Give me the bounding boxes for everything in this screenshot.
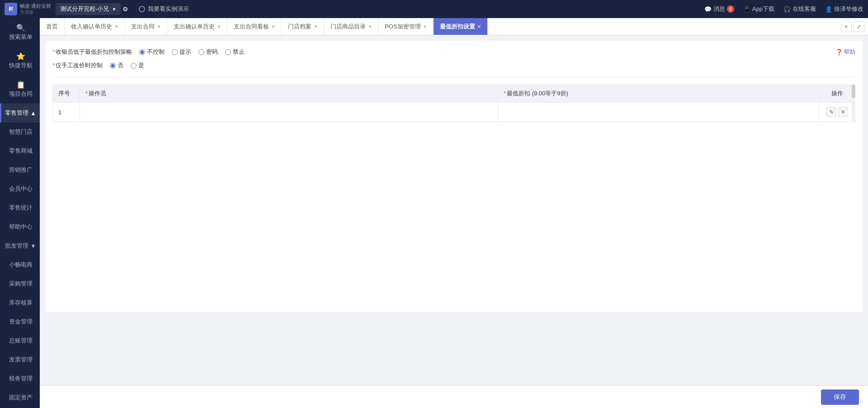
- sidebar-item-label: 小畅电商: [9, 261, 33, 269]
- sidebar-item-search[interactable]: 🔍 搜索菜单: [0, 18, 40, 47]
- cell-action: ✎ ✕: [819, 103, 855, 122]
- tab-label: 支出确认单历史: [174, 23, 215, 31]
- tab-label: 门店档案: [288, 23, 311, 31]
- sidebar-item-smart-store[interactable]: 智慧门店: [0, 122, 40, 141]
- sidebar-item-marketing[interactable]: 营销推广: [0, 160, 40, 179]
- sidebar-item-wholesale[interactable]: 批发管理 ▼: [0, 236, 40, 255]
- sidebar-item-purchase[interactable]: 采购管理: [0, 274, 40, 293]
- save-button[interactable]: 保存: [821, 389, 859, 405]
- user-menu[interactable]: 👤 徐泽华修改: [825, 5, 863, 13]
- tab-store-product[interactable]: 门店商品目录 ×: [324, 18, 378, 35]
- radio-manual-yes[interactable]: 是: [131, 61, 144, 70]
- sidebar-item-member[interactable]: 会员中心: [0, 179, 40, 198]
- sidebar-item-label: 采购管理: [9, 280, 33, 288]
- help-text: 帮助: [844, 48, 855, 56]
- topbar-right: 💬 消息 8 📱 App下载 🎧 在线客服 👤 徐泽华修改: [704, 5, 863, 13]
- sidebar-item-invoice[interactable]: 发票管理: [0, 350, 40, 369]
- sidebar-item-label: 会员中心: [9, 185, 33, 193]
- tab-payment-contract[interactable]: 支出合同 ×: [125, 18, 167, 35]
- tab-label: 收入确认单历史: [71, 23, 112, 31]
- radio-forbid[interactable]: 禁止: [225, 48, 245, 56]
- demo-link[interactable]: 我要看实例演示: [139, 5, 189, 13]
- topbar: 财 畅捷·通好业财 专业版 测试分开完程-小兄 ▼ ⚙ 我要看实例演示 💬 消息…: [0, 0, 868, 18]
- sidebar-item-label: 总账管理: [9, 337, 33, 345]
- tab-payment-confirm-history[interactable]: 支出确认单历史 ×: [167, 18, 227, 35]
- sidebar-item-label: 帮助中心: [9, 223, 33, 231]
- scrollbar-thumb[interactable]: [852, 84, 855, 98]
- policy-form-row: *收银员低于最低折扣控制策略 不控制 提示: [52, 48, 855, 56]
- contract-icon: 📋: [16, 80, 25, 89]
- app-download-button[interactable]: 📱 App下载: [743, 5, 774, 13]
- tab-close-icon[interactable]: ×: [314, 24, 317, 29]
- sidebar-item-project-contract[interactable]: 📋 项目合同: [0, 75, 40, 103]
- search-icon: 🔍: [16, 23, 25, 32]
- tab-label: 支出合同: [131, 23, 155, 31]
- tab-store-archive[interactable]: 门店档案 ×: [282, 18, 324, 35]
- tab-home[interactable]: 首页: [40, 18, 65, 35]
- tab-income-history[interactable]: 收入确认单历史 ×: [65, 18, 125, 35]
- radio-no-control[interactable]: 不控制: [139, 48, 165, 56]
- tab-close-icon[interactable]: ×: [115, 24, 118, 29]
- logo: 财 畅捷·通好业财 专业版: [5, 3, 51, 15]
- project-name: 测试分开完程-小兄: [60, 5, 109, 13]
- arrow-down-icon: ▼: [30, 243, 36, 249]
- logo-text: 畅捷·通好业财 专业版: [20, 3, 51, 14]
- tab-label: 最低折扣设置: [440, 23, 475, 31]
- action-buttons: ✎ ✕: [825, 107, 849, 117]
- table-scrollbar-area: 序号 *操作员 *最低折扣 (9.00等于9折) 操作: [52, 84, 855, 122]
- sidebar-item-finance[interactable]: 资金管理: [0, 312, 40, 331]
- edit-button[interactable]: ✎: [826, 107, 836, 117]
- tab-maximize-button[interactable]: ⤢: [854, 21, 864, 32]
- tab-close-icon[interactable]: ×: [217, 24, 221, 29]
- tab-close-all-button[interactable]: ×: [841, 21, 852, 32]
- tab-close-icon[interactable]: ×: [478, 24, 481, 29]
- col-header-seq: 序号: [53, 85, 80, 103]
- help-link[interactable]: ❓ 帮助: [835, 48, 855, 56]
- col-header-action: 操作: [819, 85, 855, 103]
- page-footer: 保存: [40, 385, 868, 408]
- sidebar-item-label: 智慧门店: [9, 128, 33, 136]
- sidebar-item-label: 搜索菜单: [9, 33, 33, 41]
- tab-close-icon[interactable]: ×: [157, 24, 160, 29]
- tab-close-icon[interactable]: ×: [272, 24, 275, 29]
- sidebar-item-ledger[interactable]: 总账管理: [0, 331, 40, 350]
- tab-close-icon[interactable]: ×: [368, 24, 372, 29]
- message-icon: 💬: [704, 6, 712, 13]
- sidebar-item-shortcut[interactable]: ⭐ 快捷导航: [0, 47, 40, 75]
- col-header-operator: *操作员: [80, 85, 498, 103]
- sidebar-item-retail[interactable]: 零售管理 ▲: [0, 103, 40, 122]
- tab-close-icon[interactable]: ×: [424, 24, 427, 29]
- sidebar-item-tax[interactable]: 税务管理: [0, 369, 40, 388]
- col-header-discount: *最低折扣 (9.00等于9折): [498, 85, 819, 103]
- sidebar-item-label: 库存核算: [9, 299, 33, 307]
- delete-button[interactable]: ✕: [838, 107, 848, 117]
- project-selector[interactable]: 测试分开完程-小兄 ▼: [56, 3, 121, 15]
- sidebar-item-label: 快捷导航: [9, 61, 33, 70]
- radio-password[interactable]: 密码: [198, 48, 218, 56]
- sidebar-item-ecommerce[interactable]: 小畅电商: [0, 255, 40, 274]
- tab-payment-board[interactable]: 支出合同看板 ×: [227, 18, 282, 35]
- tab-min-discount[interactable]: 最低折扣设置 ×: [434, 18, 488, 35]
- page-card: ❓ 帮助 *收银员低于最低折扣控制策略 不控制: [45, 41, 863, 312]
- online-service-button[interactable]: 🎧 在线客服: [783, 5, 816, 13]
- sidebar-item-inventory[interactable]: 库存核算: [0, 293, 40, 312]
- sidebar-item-retail-stats[interactable]: 零售统计: [0, 198, 40, 217]
- sidebar-item-help[interactable]: 帮助中心: [0, 217, 40, 236]
- sidebar-item-label: 零售商城: [9, 147, 33, 155]
- policy-radio-group: 不控制 提示 密码 禁: [139, 48, 245, 56]
- table-row: 1 ✎ ✕: [53, 103, 855, 122]
- table-section: 序号 *操作员 *最低折扣 (9.00等于9折) 操作: [52, 84, 855, 122]
- settings-icon[interactable]: ⚙: [121, 5, 130, 13]
- radio-manual-no[interactable]: 否: [110, 61, 123, 70]
- tab-pos-password[interactable]: POS加密管理 ×: [378, 18, 433, 35]
- radio-remind[interactable]: 提示: [172, 48, 191, 56]
- policy-label: *收银员低于最低折扣控制策略: [52, 48, 132, 56]
- sidebar-item-fixed-assets[interactable]: 固定资产: [0, 388, 40, 407]
- manual-form-row: *仅手工改价时控制 否 是: [52, 61, 855, 70]
- manual-label: *仅手工改价时控制: [52, 61, 103, 70]
- sidebar-item-retail-mall[interactable]: 零售商城: [0, 141, 40, 160]
- tab-label: 首页: [46, 23, 58, 31]
- scrollbar-track[interactable]: [852, 84, 855, 122]
- manual-radio-group: 否 是: [110, 61, 144, 70]
- messages-button[interactable]: 💬 消息 8: [704, 5, 734, 13]
